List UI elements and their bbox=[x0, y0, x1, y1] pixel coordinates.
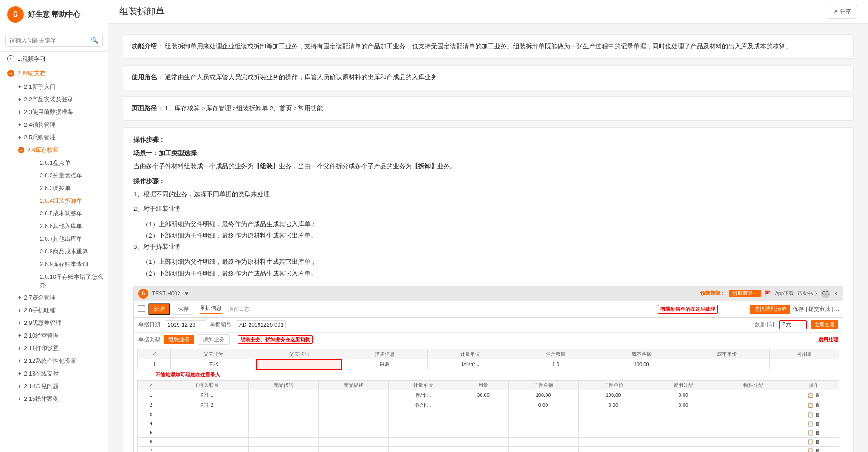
sidebar-label: 2.6.3调拨单 bbox=[40, 184, 71, 192]
sidebar-item-costrecalc[interactable]: 2.6.8商品成本重算 bbox=[36, 245, 108, 258]
sidebar-label: 2.8手机旺铺 bbox=[24, 306, 56, 314]
ss-th-cost-unit: 成本单价 bbox=[684, 349, 769, 359]
sidebar-item-mobile[interactable]: + 2.8手机旺铺 bbox=[14, 304, 108, 317]
sidebar-item-costadj[interactable]: 2.6.5成本调整单 bbox=[36, 207, 108, 220]
sidebar-item-stockledger[interactable]: 2.6.9库存账本查询 bbox=[36, 258, 108, 271]
ss-upper-table: ✓ 父关联号 父关联码 描述信息 计量单位 生产数量 成本金额 成本单价 可用量 bbox=[137, 349, 839, 370]
table-row: 4📋 🗑 bbox=[138, 419, 839, 428]
main-content: 组装拆卸单 ↗ 分享 功能介绍： 组装拆卸单用来处理企业组装或拆卸等加工业务，支… bbox=[108, 0, 868, 452]
sidebar-label: 2.13在线支付 bbox=[24, 370, 59, 378]
sidebar-item-splitstocktake[interactable]: 2.6.2分量盘点单 bbox=[36, 169, 108, 182]
sidebar-item-online-pay[interactable]: + 2.13在线支付 bbox=[14, 367, 108, 380]
scene1-title: 场景一：加工类型选择 bbox=[133, 149, 843, 157]
sidebar-item-print[interactable]: + 2.11打印设置 bbox=[14, 342, 108, 355]
sidebar-label: 2.6库存核算 bbox=[27, 146, 59, 154]
ss-upper-table-area: ✓ 父关联号 父关联码 描述信息 计量单位 生产数量 成本金额 成本单价 可用量 bbox=[134, 347, 843, 380]
sidebar-item-operations[interactable]: + 2.10经营管理 bbox=[14, 329, 108, 342]
ss-test-id: TEST-H002 bbox=[152, 290, 180, 297]
sidebar-item-outbound[interactable]: 2.6.7其他出库单 bbox=[36, 233, 108, 245]
ss-flag-icon: 🚩 bbox=[764, 290, 771, 297]
sidebar-item-stockfix[interactable]: 2.6.10库存账本错了怎么办 bbox=[36, 271, 108, 291]
sidebar-item-help-docs[interactable]: − 2.帮助文档 bbox=[0, 66, 108, 81]
ss-tab-docinfo[interactable]: 单据信息 bbox=[200, 305, 222, 314]
collapse-icon: − bbox=[7, 70, 14, 77]
sidebar-item-finance[interactable]: + 2.7资金管理 bbox=[14, 291, 108, 304]
content-area: 功能介绍： 组装拆卸单用来处理企业组装或拆卸等加工业务，支持有固定装配清单的产品… bbox=[108, 24, 868, 452]
ss-new-tab[interactable]: 新增 bbox=[148, 303, 170, 315]
sidebar-item-assembly[interactable]: 2.6.4组装拆卸单 bbox=[36, 195, 108, 207]
sidebar-item-purchase[interactable]: + 2.5采购管理 bbox=[14, 131, 108, 144]
logo-area: 6 好生意 帮助中心 bbox=[0, 0, 108, 29]
sidebar-item-faq[interactable]: + 2.14常见问题 bbox=[14, 380, 108, 393]
ss-qty-label: 数量小计 bbox=[755, 321, 775, 328]
ss-select-assembly-btn[interactable]: 选择装配清单 bbox=[750, 305, 790, 314]
ss-app-label: App下载 bbox=[775, 290, 794, 297]
ss-lower-table: ✓ 子件关联号 商品代码 商品描述 计量单位 用量 子件金额 子件单价 费用分配… bbox=[137, 380, 839, 452]
plus-icon: + bbox=[18, 396, 21, 402]
search-input[interactable] bbox=[9, 37, 91, 44]
ss-annotation4: 不能地添加可组建在这里录入 bbox=[156, 371, 839, 378]
ss-back-icon[interactable]: ☰ bbox=[137, 304, 146, 314]
step2: 2、对于组装业务 bbox=[133, 204, 843, 214]
screenshot-container: 6 TEST-H002 ▼ 预期期望： 预期期望一 🚩 App下载 帮助中心 C… bbox=[133, 286, 843, 452]
sidebar-label: 2.3使用前数据准备 bbox=[24, 108, 73, 116]
table-row: 1 关水 组装 1件/个... 1.0 100.00 bbox=[138, 359, 839, 369]
ss-confirm-btn[interactable]: 立即处理 bbox=[811, 320, 838, 329]
ss-annotation2: 组装业务、拆卸业务在这里切换 bbox=[238, 335, 313, 344]
table-row: 7📋 🗑 bbox=[138, 446, 839, 452]
sidebar-label: 2.6.1盘点单 bbox=[40, 159, 71, 167]
sidebar-item-stocktake[interactable]: 2.6.1盘点单 bbox=[36, 157, 108, 169]
ss-user-avatar: CC bbox=[821, 289, 830, 298]
sidebar-label: 2.6.10库存账本错了怎么办 bbox=[40, 273, 104, 289]
ss-save-tab[interactable]: 保存 bbox=[173, 304, 193, 315]
table-row: 5📋 🗑 bbox=[138, 428, 839, 437]
sidebar-label: 2.6.5成本调整单 bbox=[40, 209, 82, 218]
sidebar-item-sales[interactable]: + 2.4销售管理 bbox=[14, 119, 108, 131]
sidebar-item-install[interactable]: + 2.2产品安装及登录 bbox=[14, 93, 108, 106]
ss-th-desc: 描述信息 bbox=[342, 349, 427, 359]
sidebar-label: 2.7资金管理 bbox=[24, 294, 56, 302]
sidebar-label: 2.11打印设置 bbox=[24, 344, 59, 352]
sidebar-item-video-learning[interactable]: + 1.视频学习 bbox=[0, 52, 108, 66]
step1: 1、根据不同的业务，选择不同单据的类型来处理 bbox=[133, 189, 843, 200]
sidebar-item-transfer[interactable]: 2.6.3调拨单 bbox=[36, 182, 108, 195]
sidebar-item-customization[interactable]: + 2.12系统个性化设置 bbox=[14, 355, 108, 367]
ss-tab-oplog[interactable]: 操作日志 bbox=[228, 305, 250, 313]
sidebar-item-data-prep[interactable]: + 2.3使用前数据准备 bbox=[14, 106, 108, 119]
step3-sub1: （1）上部明细为父件明细，最终作为原材料生成其它出库单； bbox=[142, 256, 843, 268]
sidebar-item-inbound[interactable]: 2.6.6其他入库单 bbox=[36, 220, 108, 233]
path-text: 1、库存核算->库存管理->组装拆卸单 2、首页->常用功能 bbox=[165, 105, 323, 112]
ss-assembly-btn[interactable]: 组装业务 bbox=[164, 335, 194, 344]
sidebar-label: 2.6.7其他出库单 bbox=[40, 235, 82, 243]
function-label: 功能介绍： bbox=[132, 43, 163, 50]
sidebar-sub-helpdocs: + 2.1新手入门 + 2.2产品安装及登录 + 2.3使用前数据准备 + 2.… bbox=[0, 81, 108, 405]
plus-icon: + bbox=[18, 371, 21, 377]
sidebar-item-inventory[interactable]: − 2.6库存核算 bbox=[14, 144, 108, 157]
ss-qty-input[interactable] bbox=[779, 320, 807, 329]
role-block: 使用角色： 通常由生产人员或库管人员完成拆装业务的操作，库管人员确认原材料的出库… bbox=[123, 65, 854, 90]
ss-th-parent-code: 父关联码 bbox=[256, 349, 342, 359]
sidebar-item-newbie[interactable]: + 2.1新手入门 bbox=[14, 81, 108, 93]
sidebar-label: 2.5采购管理 bbox=[24, 133, 56, 142]
search-box: 🔍 bbox=[5, 34, 103, 47]
sidebar: 6 好生意 帮助中心 🔍 + 1.视频学习 − 2.帮助文档 + 2.1新手入门… bbox=[0, 0, 108, 452]
collapse-icon-inventory: − bbox=[18, 147, 24, 153]
ss-code-input[interactable] bbox=[236, 320, 286, 329]
share-button[interactable]: ↗ 分享 bbox=[827, 5, 857, 19]
sidebar-item-cases[interactable]: + 2.15操作案例 bbox=[14, 393, 108, 405]
top-bar: 组装拆卸单 ↗ 分享 bbox=[108, 0, 868, 24]
sidebar-label: 1.视频学习 bbox=[17, 55, 46, 63]
steps-sub-title: 操作步骤： bbox=[133, 177, 843, 186]
plus-icon: + bbox=[18, 345, 21, 352]
sidebar-label: 2.6.2分量盘点单 bbox=[40, 171, 82, 180]
sidebar-label: 2.15操作案例 bbox=[24, 395, 59, 403]
role-text: 通常由生产人员或库管人员完成拆装业务的操作，库管人员确认原材料的出库和产成品的入… bbox=[165, 74, 437, 81]
sidebar-item-coupon[interactable]: + 2.9优惠券管理 bbox=[14, 317, 108, 329]
ss-close-icon[interactable]: ✕ bbox=[834, 290, 838, 297]
ss-preview-btn[interactable]: 预期期望一 bbox=[729, 290, 761, 297]
logo-text: 好生意 帮助中心 bbox=[28, 10, 80, 19]
search-icon[interactable]: 🔍 bbox=[91, 37, 99, 44]
ss-date-input[interactable] bbox=[165, 320, 205, 329]
table-row: 6📋 🗑 bbox=[138, 437, 839, 446]
ss-disassembly-btn[interactable]: 拆卸业务 bbox=[198, 334, 230, 345]
